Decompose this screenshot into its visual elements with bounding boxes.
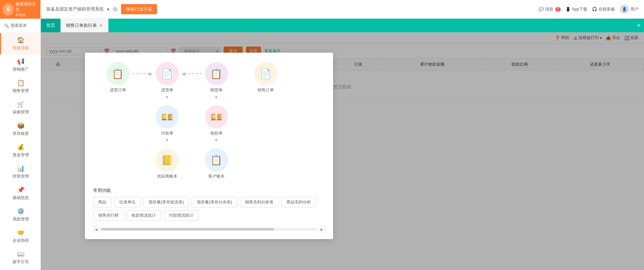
tab-close-button[interactable]: × xyxy=(99,23,103,28)
sidebar-item-business[interactable]: 📊 经营管理 xyxy=(0,161,40,183)
online-service-button[interactable]: 🎧 在线客服 xyxy=(592,6,615,12)
sales-order-icon: 📄 xyxy=(254,62,277,85)
chart-icon: 📊 xyxy=(17,165,24,172)
tabbar: 首页 销售订单执行表 × × xyxy=(41,19,644,32)
fn-buttons-row2: 销售排行榜 收款情况统计 付款情况统计 xyxy=(93,210,325,221)
logo-icon: 6 xyxy=(3,3,14,16)
flow-cell-empty-r2c0 xyxy=(93,146,142,182)
arrow-left-sales: ◀ xyxy=(181,71,202,76)
supplier-account-icon: 📒 xyxy=(156,148,179,172)
megaphone-icon: 📢 xyxy=(17,58,24,65)
sidebar-item-inventory[interactable]: 📦 库存核算 xyxy=(0,119,40,140)
search-menu-button[interactable]: 🔍 搜索菜单 xyxy=(3,21,38,30)
clipboard-icon: 📋 xyxy=(17,79,24,87)
main-content: 装备及固定资产辅助管理系统 ▾ ⚙ 体验行业方案 💬 消息 5 📱 App下载 … xyxy=(41,0,644,270)
handshake-icon: 🤝 xyxy=(17,229,24,236)
phone-icon: 📱 xyxy=(565,7,571,12)
payment-bill-icon: 💴 xyxy=(156,105,179,128)
sidebar-item-purchase[interactable]: 🛒 采购管理 xyxy=(0,97,40,119)
message-icon: 💬 xyxy=(539,7,544,12)
message-button[interactable]: 💬 消息 5 xyxy=(539,6,561,12)
fn-product-margin-button[interactable]: 商品毛利分析 xyxy=(281,197,316,208)
sidebar-logo: 6 畅康通好生意 标准版 xyxy=(0,0,40,19)
fn-buttons-row1: 商品 往来单位 现存量(库存状况表) 现存量(库存分布表) 销售毛利分析表 商品… xyxy=(93,197,325,208)
fn-payment-stats-button[interactable]: 付款情况统计 xyxy=(164,210,198,221)
sidebar-item-quick-nav[interactable]: 🏠 快捷导航 xyxy=(0,33,40,54)
trial-button[interactable]: 体验行业方案 xyxy=(121,4,157,14)
purchase-order-icon: 📋 xyxy=(106,62,129,85)
flow-cell-supplier-account: 📒 供应商账本 xyxy=(142,146,192,182)
fn-sales-margin-button[interactable]: 销售毛利分析表 xyxy=(240,197,279,208)
fn-sales-rank-button[interactable]: 销售排行榜 xyxy=(93,210,124,221)
fn-product-button[interactable]: 商品 xyxy=(93,197,111,208)
gear-icon: ⚙️ xyxy=(17,208,24,215)
message-badge: 5 xyxy=(555,7,561,12)
customer-account-label: 客户账本 xyxy=(208,174,225,179)
payment-bill-label: 付款单 xyxy=(161,130,173,136)
fn-counterparty-button[interactable]: 往来单位 xyxy=(114,197,141,208)
sales-order-label: 销售订单 xyxy=(258,87,274,93)
sidebar-item-finance[interactable]: 💰 资金管理 xyxy=(0,140,40,161)
arrow-down-purchase: ▼ xyxy=(165,94,170,100)
topbar-right: 💬 消息 5 📱 App下载 🎧 在线客服 👤 用户 xyxy=(539,4,639,14)
receipt-bill-label: 收款单 xyxy=(210,130,223,136)
tab-bar-close-button[interactable]: × xyxy=(637,22,641,29)
tab-home[interactable]: 首页 xyxy=(41,19,60,32)
tab-sales-order-exec[interactable]: 销售订单执行表 × xyxy=(60,19,108,32)
flow-cell-receipt-bill: 💴 收款单 ▼ xyxy=(192,103,241,146)
topbar: 装备及固定资产辅助管理系统 ▾ ⚙ 体验行业方案 💬 消息 5 📱 App下载 … xyxy=(41,0,644,19)
sidebar-item-newbie[interactable]: 📖 新手引导 xyxy=(0,247,40,268)
arrow-down-payment: ▼ xyxy=(165,138,170,143)
money-icon: 💰 xyxy=(17,143,24,151)
sidebar-nav: 🏠 快捷导航 📢 营销推广 📋 销售管理 🛒 采购管理 📦 库存核算 💰 资金管… xyxy=(0,33,40,270)
fn-inventory-dist-button[interactable]: 现存量(库存分布表) xyxy=(192,197,237,208)
flow-cell-empty-r1c3 xyxy=(241,103,290,146)
sidebar-search-area: 🔍 搜索菜单 xyxy=(0,19,40,33)
cart-icon: 🛒 xyxy=(17,101,24,108)
sales-bill-icon: 📋 xyxy=(205,62,228,85)
scroll-right-button[interactable]: ▶ xyxy=(319,226,325,232)
headset-icon: 🎧 xyxy=(592,7,597,12)
sidebar-item-basic[interactable]: 📌 基础信息 xyxy=(0,183,40,204)
flow-cell-purchase-order: 📋 进货订单 ▶ xyxy=(93,59,142,103)
app-download-button[interactable]: 📱 App下载 xyxy=(565,6,587,12)
system-name: 装备及固定资产辅助管理系统 xyxy=(46,6,104,12)
sidebar-item-marketing[interactable]: 📢 营销推广 xyxy=(0,54,40,76)
purchase-bill-label: 进货单 xyxy=(161,87,173,93)
box-icon: 📦 xyxy=(17,122,24,129)
common-functions-section: 常用功能 商品 往来单位 现存量(库存状况表) 现存量(库存分布表) 销售毛利分… xyxy=(93,187,325,221)
flow-cell-payment-bill: 💴 付款单 ▼ xyxy=(142,103,192,146)
user-avatar[interactable]: 👤 用户 xyxy=(620,4,639,14)
flow-cell-sales-order: 📄 销售订单 xyxy=(241,59,290,103)
flow-modal: 📋 进货订单 ▶ 📄 进货单 ▼ xyxy=(85,53,333,239)
sidebar-item-enterprise[interactable]: 🤝 企业协同 xyxy=(0,226,40,247)
arrow-down-sales: ▼ xyxy=(214,94,219,100)
logo-text: 畅康通好生意 标准版 xyxy=(16,2,38,17)
receipt-bill-icon: 💴 xyxy=(205,105,228,128)
modal-scrollbar: ◀ ▶ xyxy=(93,226,325,232)
flow-modal-overlay: 📋 进货订单 ▶ 📄 进货单 ▼ xyxy=(41,32,644,270)
settings-button[interactable]: ⚙ xyxy=(113,6,118,13)
sales-bill-label: 销货单 xyxy=(210,87,223,93)
flow-cell-customer-account: 📋 客户账本 xyxy=(192,146,241,182)
flow-cell-empty-r2c3 xyxy=(241,146,290,182)
fn-receipt-stats-button[interactable]: 收款情况统计 xyxy=(126,210,161,221)
sidebar: 6 畅康通好生意 标准版 🔍 搜索菜单 🏠 快捷导航 📢 营销推广 📋 销售管理… xyxy=(0,0,41,270)
common-functions-title: 常用功能 xyxy=(93,187,325,194)
system-dropdown-button[interactable]: ▾ xyxy=(107,7,109,12)
sidebar-item-sales[interactable]: 📋 销售管理 xyxy=(0,76,40,97)
sidebar-item-system[interactable]: ⚙️ 系统管理 xyxy=(0,204,40,226)
supplier-account-label: 供应商账本 xyxy=(157,174,177,179)
scrollbar-thumb xyxy=(101,228,274,231)
flow-cell-empty-r1c0 xyxy=(93,103,142,146)
home-icon: 🏠 xyxy=(17,36,24,44)
arrow-down-receipt: ▼ xyxy=(214,138,219,143)
flow-cell-purchase-bill: 📄 进货单 ▼ xyxy=(142,59,192,103)
search-icon: 🔍 xyxy=(4,23,9,28)
scroll-left-button[interactable]: ◀ xyxy=(93,226,99,232)
scrollbar-track xyxy=(101,228,317,231)
fn-inventory-status-button[interactable]: 现存量(库存状况表) xyxy=(143,197,189,208)
avatar-image: 👤 xyxy=(620,4,629,14)
purchase-order-label: 进货订单 xyxy=(110,87,126,93)
content-area: ❓ 帮助 🖨 按模板打印 ▾ 📤 导出 🔄 刷新 📅 📅 xyxy=(41,32,644,270)
